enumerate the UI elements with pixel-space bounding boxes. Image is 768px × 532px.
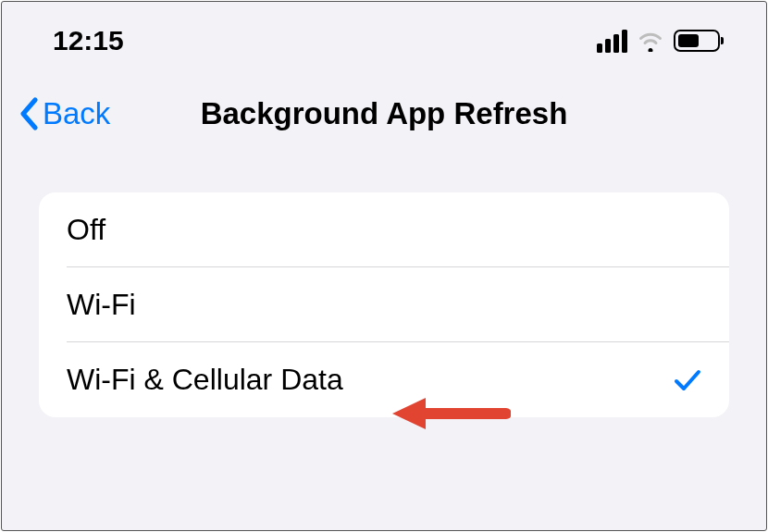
- option-label: Off: [67, 213, 105, 247]
- option-label: Wi-Fi & Cellular Data: [67, 363, 343, 397]
- back-button[interactable]: Back: [19, 96, 110, 131]
- battery-icon: [674, 30, 720, 52]
- status-bar: 12:15: [2, 2, 766, 59]
- cellular-signal-icon: [597, 30, 627, 53]
- checkmark-icon: [674, 368, 701, 392]
- wifi-icon: [637, 30, 664, 52]
- option-wifi-cellular[interactable]: Wi-Fi & Cellular Data: [39, 342, 729, 417]
- status-indicators: [597, 30, 720, 53]
- options-list: Off Wi-Fi Wi-Fi & Cellular Data: [39, 192, 729, 417]
- chevron-left-icon: [19, 97, 41, 130]
- option-label: Wi-Fi: [67, 288, 136, 322]
- option-off[interactable]: Off: [39, 192, 729, 267]
- page-title: Background App Refresh: [201, 96, 568, 131]
- back-label: Back: [43, 96, 110, 131]
- option-wifi[interactable]: Wi-Fi: [39, 267, 729, 342]
- status-time: 12:15: [53, 25, 124, 56]
- nav-header: Back Background App Refresh: [2, 59, 766, 159]
